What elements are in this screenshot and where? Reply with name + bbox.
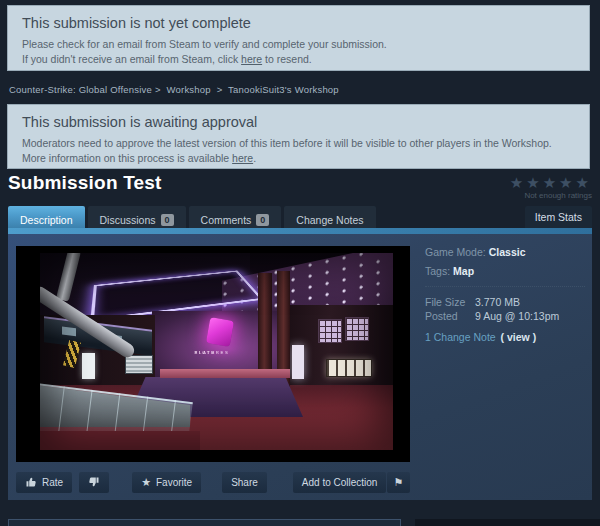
tab-change-notes-label: Change Notes <box>296 214 363 226</box>
comments-count-badge: 0 <box>256 214 269 226</box>
map-screenshot: SLATE PICTURES <box>40 253 393 450</box>
banner-not-complete: This submission is not yet complete Plea… <box>7 5 590 71</box>
breadcrumb: Counter-Strike: Global Offensive> Worksh… <box>9 84 339 95</box>
game-mode-label: Game Mode: <box>425 246 486 258</box>
page-title: Submission Test <box>8 172 162 194</box>
tab-discussions[interactable]: Discussions0 <box>88 206 186 228</box>
breadcrumb-separator: > <box>217 84 223 95</box>
content-panel: SLATE PICTURES Rate ★ Favorite Share Add… <box>8 234 592 500</box>
scene-vignette <box>40 253 393 450</box>
file-size-value: 3.770 MB <box>475 295 520 309</box>
report-button[interactable]: ⚑ <box>387 472 410 493</box>
favorite-label: Favorite <box>156 477 192 488</box>
approval-info-link[interactable]: here <box>232 152 253 164</box>
breadcrumb-owner-link[interactable]: TanookiSuit3's Workshop <box>228 84 339 95</box>
breadcrumb-workshop-link[interactable]: Workshop <box>167 84 211 95</box>
share-button[interactable]: Share <box>222 472 267 493</box>
preview-frame: SLATE PICTURES <box>16 246 410 462</box>
tab-comments[interactable]: Comments0 <box>189 206 282 228</box>
banner-not-complete-line2: If you didn't receive an email from Stea… <box>22 52 575 67</box>
banner-awaiting-approval-line2-pre: More information on this process is avai… <box>22 152 232 164</box>
banner-awaiting-approval-line1: Moderators need to approve the latest ve… <box>22 136 575 151</box>
posted-label: Posted <box>425 309 475 323</box>
rating-block: ★★★★★ Not enough ratings <box>510 174 592 200</box>
flag-icon: ⚑ <box>394 476 404 489</box>
change-note-row: 1 Change Note ( view ) <box>425 330 585 344</box>
game-mode-row: Game Mode:Classic <box>425 246 585 259</box>
tab-description[interactable]: Description <box>8 206 85 228</box>
share-label: Share <box>231 477 258 488</box>
banner-awaiting-approval-line2-post: . <box>253 152 256 164</box>
breadcrumb-separator: > <box>155 84 161 95</box>
tag-map-link[interactable]: Map <box>453 265 474 277</box>
banner-awaiting-approval-title: This submission is awaiting approval <box>22 114 575 130</box>
rate-button[interactable]: Rate <box>16 472 72 493</box>
tab-bar: Description Discussions0 Comments0 Chang… <box>8 206 592 228</box>
resend-email-link[interactable]: here <box>241 53 262 65</box>
banner-not-complete-title: This submission is not yet complete <box>22 15 575 31</box>
rating-note: Not enough ratings <box>510 191 592 200</box>
rating-stars-icon[interactable]: ★★★★★ <box>510 174 592 192</box>
add-to-collection-label: Add to Collection <box>302 477 378 488</box>
sidebar-divider <box>425 286 585 287</box>
banner-awaiting-approval: This submission is awaiting approval Mod… <box>7 104 590 169</box>
sidebar-section-top <box>415 519 600 526</box>
tab-comments-label: Comments <box>201 214 252 226</box>
change-note-view-link[interactable]: ( view ) <box>501 331 537 343</box>
change-note-link[interactable]: 1 Change Note <box>425 331 496 343</box>
posted-row: Posted 9 Aug @ 10:13pm <box>425 309 585 323</box>
thumbs-down-button[interactable] <box>79 472 109 493</box>
tags-label: Tags: <box>425 265 450 277</box>
thumbs-down-icon <box>88 476 100 488</box>
star-icon: ★ <box>141 476 151 489</box>
discussions-count-badge: 0 <box>161 214 174 226</box>
banner-not-complete-line1: Please check for an email from Steam to … <box>22 37 575 52</box>
banner-awaiting-approval-line2: More information on this process is avai… <box>22 151 575 166</box>
banner-not-complete-line2-post: to resend. <box>262 53 312 65</box>
breadcrumb-game-link[interactable]: Counter-Strike: Global Offensive <box>9 84 152 95</box>
description-section-top <box>8 519 401 526</box>
favorite-button[interactable]: ★ Favorite <box>132 472 201 493</box>
posted-value: 9 Aug @ 10:13pm <box>475 309 559 323</box>
tab-change-notes[interactable]: Change Notes <box>284 206 375 228</box>
add-to-collection-button[interactable]: Add to Collection <box>293 472 387 493</box>
game-mode-value: Classic <box>489 246 526 258</box>
tags-row: Tags:Map <box>425 265 585 278</box>
details-sidebar: Game Mode:Classic Tags:Map File Size 3.7… <box>425 246 585 344</box>
file-size-row: File Size 3.770 MB <box>425 295 585 309</box>
item-stats-button[interactable]: Item Stats <box>525 206 592 228</box>
file-size-label: File Size <box>425 295 475 309</box>
tab-discussions-label: Discussions <box>100 214 156 226</box>
banner-not-complete-line2-pre: If you didn't receive an email from Stea… <box>22 53 241 65</box>
rate-label: Rate <box>42 477 63 488</box>
thumbs-up-icon <box>25 476 37 488</box>
action-bar: Rate ★ Favorite Share Add to Collection … <box>16 471 410 493</box>
tab-description-label: Description <box>20 214 73 226</box>
